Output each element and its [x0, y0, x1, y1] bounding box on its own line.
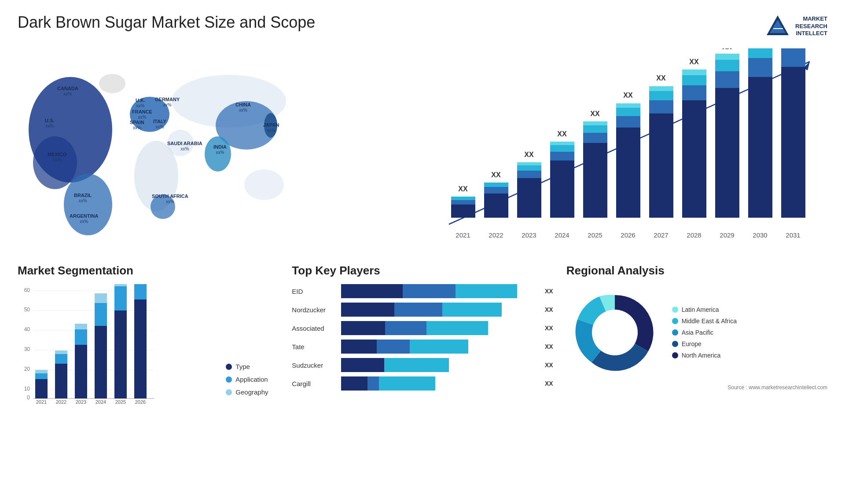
svg-rect-75: [781, 67, 805, 218]
svg-text:2024: 2024: [96, 399, 106, 405]
pie-chart: [566, 284, 663, 381]
map-label-us: U.S.xx%: [45, 118, 54, 129]
map-label-italy: ITALYxx%: [153, 119, 166, 130]
regional-legend-latin: Latin America: [672, 306, 737, 313]
regional-content: Latin America Middle East & Africa Asia …: [566, 284, 827, 381]
map-label-mexico: MEXICOxx%: [48, 152, 66, 163]
growth-chart-section: XX 2021 XX 2022 XX 2023 XX 2024: [414, 48, 827, 251]
svg-rect-49: [616, 103, 640, 108]
player-row-nordzucker: Nordzucker XX: [292, 303, 553, 317]
world-map-section: CANADAxx% U.S.xx% MEXICOxx% BRAZILxx% AR…: [18, 48, 405, 251]
svg-rect-72: [748, 48, 772, 58]
regional-label-asia: Asia Pacific: [682, 329, 713, 336]
legend-item-application: Application: [226, 376, 279, 383]
page-header: Dark Brown Sugar Market Size and Scope M…: [18, 13, 827, 40]
regional-title: Regional Analysis: [566, 264, 827, 278]
regional-label-latin: Latin America: [682, 306, 719, 313]
svg-rect-55: [649, 86, 673, 91]
svg-rect-36: [550, 145, 574, 152]
player-name-associated: Associated: [292, 325, 336, 332]
svg-rect-46: [616, 128, 640, 218]
svg-rect-30: [517, 165, 541, 171]
segmentation-legend: Type Application Geography: [226, 363, 279, 409]
map-label-saudi: SAUDI ARABIAxx%: [167, 141, 202, 152]
svg-rect-47: [616, 116, 640, 128]
player-name-cargill: Cargill: [292, 380, 336, 387]
svg-rect-71: [748, 58, 772, 77]
svg-text:XX: XX: [590, 110, 600, 117]
svg-rect-54: [649, 91, 673, 100]
regional-label-europe: Europe: [682, 340, 702, 347]
svg-rect-105: [95, 326, 107, 398]
player-bar-eid: [341, 284, 537, 298]
map-wrapper: CANADAxx% U.S.xx% MEXICOxx% BRAZILxx% AR…: [18, 48, 405, 242]
segmentation-section: Market Segmentation 60 50 40 30 20 10 0: [18, 264, 279, 409]
segmentation-chart: 60 50 40 30 20 10 0: [18, 284, 217, 409]
svg-text:2025: 2025: [588, 231, 602, 239]
regional-label-mea: Middle East & Africa: [682, 318, 737, 325]
svg-rect-43: [583, 121, 607, 125]
svg-point-5: [99, 74, 125, 93]
legend-dot-type: [226, 364, 232, 370]
player-xx-associated: XX: [545, 325, 553, 332]
pie-svg: [566, 284, 663, 381]
player-name-nordzucker: Nordzucker: [292, 306, 336, 314]
regional-legend: Latin America Middle East & Africa Asia …: [672, 306, 737, 359]
player-row-associated: Associated XX: [292, 321, 553, 335]
svg-rect-94: [35, 373, 48, 379]
player-name-eid: EID: [292, 288, 336, 295]
svg-text:2026: 2026: [621, 231, 635, 239]
regional-dot-latin: [672, 307, 678, 313]
svg-rect-101: [75, 345, 87, 398]
svg-rect-52: [649, 113, 673, 218]
svg-text:2028: 2028: [687, 231, 701, 239]
player-bar-tate: [341, 340, 537, 354]
regional-legend-europe: Europe: [672, 340, 737, 347]
svg-rect-61: [682, 69, 706, 75]
svg-text:XX: XX: [491, 171, 501, 179]
players-list: EID XX Nordzucker: [292, 284, 553, 391]
player-xx-eid: XX: [545, 288, 553, 295]
legend-item-type: Type: [226, 363, 279, 370]
player-row-tate: Tate XX: [292, 340, 553, 354]
svg-text:0: 0: [27, 394, 30, 401]
svg-text:20: 20: [24, 366, 30, 372]
svg-rect-28: [517, 178, 541, 218]
svg-rect-18: [451, 205, 475, 218]
svg-rect-34: [550, 161, 574, 218]
svg-text:XX: XX: [656, 74, 666, 82]
svg-rect-23: [484, 194, 508, 218]
map-label-germany: GERMANYxx%: [155, 97, 180, 108]
svg-text:2022: 2022: [489, 231, 503, 239]
svg-rect-99: [55, 351, 67, 354]
svg-text:2030: 2030: [753, 231, 767, 239]
svg-text:XX: XX: [623, 91, 633, 99]
svg-rect-60: [682, 75, 706, 85]
svg-rect-24: [484, 187, 508, 194]
svg-rect-70: [748, 77, 772, 218]
bottom-row: Market Segmentation 60 50 40 30 20 10 0: [18, 264, 827, 409]
regional-legend-asia: Asia Pacific: [672, 329, 737, 336]
regional-dot-asia: [672, 329, 678, 336]
svg-text:2025: 2025: [115, 399, 126, 405]
svg-rect-59: [682, 85, 706, 100]
player-xx-tate: XX: [545, 343, 553, 350]
regional-section: Regional Analysis: [566, 264, 827, 409]
player-xx-sudzucker: XX: [545, 362, 553, 369]
svg-rect-97: [55, 364, 67, 398]
svg-text:2022: 2022: [56, 399, 66, 405]
logo: MARKET RESEARCH INTELLECT: [764, 13, 827, 40]
segmentation-svg: 60 50 40 30 20 10 0: [18, 284, 158, 407]
logo-text: MARKET RESEARCH INTELLECT: [795, 15, 827, 38]
svg-rect-58: [682, 100, 706, 218]
source-text: Source : www.marketresearchintellect.com: [566, 384, 827, 391]
regional-legend-mea: Middle East & Africa: [672, 318, 737, 325]
player-row-sudzucker: Sudzucker XX: [292, 358, 553, 372]
map-label-canada: CANADAxx%: [57, 86, 78, 97]
players-section: Top Key Players EID XX Nordzucker: [292, 264, 553, 409]
svg-rect-95: [35, 370, 48, 373]
legend-label-application: Application: [235, 376, 268, 383]
svg-point-6: [64, 174, 112, 235]
player-bar-associated: [341, 321, 537, 335]
svg-text:XX: XX: [524, 151, 534, 158]
